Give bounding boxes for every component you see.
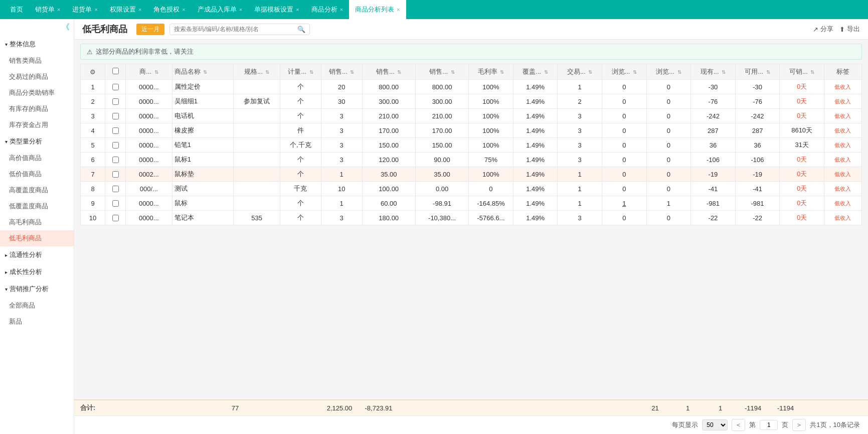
sidebar-item-高价值商品[interactable]: 高价值商品 (0, 150, 74, 166)
notice-bar: ⚠ 这部分商品的利润非常低，请关注 (80, 44, 862, 60)
row-checkbox[interactable] (112, 142, 119, 149)
check-all-checkbox[interactable] (112, 68, 119, 74)
sidebar-item-销售类商品[interactable]: 销售类商品 (0, 53, 74, 69)
per-page-select[interactable]: 50 20 100 (702, 419, 728, 430)
row-browse1[interactable]: 0 (602, 80, 646, 94)
row-check[interactable] (105, 211, 126, 225)
row-check[interactable] (105, 123, 126, 138)
row-browse2: 0 (646, 138, 691, 153)
sidebar-group-0[interactable]: ▾整体信息 (0, 36, 74, 53)
row-browse1[interactable]: 0 (602, 94, 646, 109)
nav-item-产成品入库单[interactable]: 产成品入库单× (192, 0, 248, 19)
nav-item-权限设置[interactable]: 权限设置× (104, 0, 147, 19)
row-check[interactable] (105, 94, 126, 109)
share-btn[interactable]: ↗ 分享 (813, 25, 833, 34)
nav-close-icon[interactable]: × (94, 7, 97, 13)
sidebar-item-低价值商品[interactable]: 低价值商品 (0, 166, 74, 182)
nav-item-首页[interactable]: 首页 (4, 0, 29, 19)
row-checkbox[interactable] (112, 127, 119, 134)
row-check[interactable] (105, 138, 126, 153)
row-trade: 3 (558, 109, 602, 123)
sidebar-item-高覆盖度商品[interactable]: 高覆盖度商品 (0, 182, 74, 198)
row-avail: -30 (735, 80, 780, 94)
next-page-btn[interactable]: ＞ (792, 419, 806, 431)
export-btn[interactable]: ⬆ 导出 (839, 25, 860, 34)
nav-close-icon[interactable]: × (397, 7, 400, 13)
row-browse1[interactable]: 0 (602, 167, 646, 182)
row-browse1[interactable]: 0 (602, 153, 646, 167)
row-browse2: 0 (646, 123, 691, 138)
row-checkbox[interactable] (112, 171, 119, 178)
prev-page-btn[interactable]: ＜ (732, 419, 745, 431)
search-input[interactable] (174, 26, 297, 33)
sidebar-item-低覆盖度商品[interactable]: 低覆盖度商品 (0, 198, 74, 214)
row-checkbox[interactable] (112, 186, 119, 192)
nav-close-icon[interactable]: × (57, 7, 60, 13)
sidebar-item-全部商品[interactable]: 全部商品 (0, 298, 74, 314)
row-checkbox[interactable] (112, 113, 119, 119)
nav-item-进货单[interactable]: 进货单× (66, 0, 103, 19)
col-check-all[interactable] (105, 64, 126, 80)
page-suffix: 页 (782, 420, 788, 429)
row-checkbox[interactable] (112, 98, 119, 105)
row-unit: 个 (280, 94, 321, 109)
row-check[interactable] (105, 196, 126, 211)
nav-close-icon[interactable]: × (138, 7, 141, 13)
filter-btn[interactable]: 近一月 (136, 24, 164, 35)
main-content: 低毛利商品 近一月 🔍 ↗ 分享 ⬆ 导出 (74, 19, 868, 434)
row-checkbox[interactable] (112, 215, 119, 221)
row-trade: 1 (558, 196, 602, 211)
row-saleprofit: 35.00 (415, 167, 468, 182)
sidebar-group-2[interactable]: ▸流通性分析 (0, 246, 74, 263)
row-saleqty: 1 (321, 196, 362, 211)
row-saleprofit: 150.00 (415, 138, 468, 153)
footer-label: 合计: (80, 403, 140, 412)
row-check[interactable] (105, 167, 126, 182)
row-check[interactable] (105, 109, 126, 123)
sidebar-group-4[interactable]: ▾营销推广分析 (0, 280, 74, 298)
nav-close-icon[interactable]: × (182, 7, 185, 13)
nav-close-icon[interactable]: × (340, 7, 343, 13)
sidebar-collapse-btn[interactable]: 《 (0, 19, 74, 36)
row-check[interactable] (105, 153, 126, 167)
row-sellable: 0天 (780, 94, 824, 109)
sidebar-group-1[interactable]: ▾类型量分析 (0, 133, 74, 150)
row-check[interactable] (105, 80, 126, 94)
row-browse1[interactable]: 0 (602, 123, 646, 138)
row-check[interactable] (105, 182, 126, 196)
col-settings[interactable]: ⚙ (81, 64, 105, 80)
row-browse1[interactable]: 0 (602, 109, 646, 123)
row-checkbox[interactable] (112, 157, 119, 163)
sidebar-item-高毛利商品[interactable]: 高毛利商品 (0, 214, 74, 230)
row-browse1[interactable]: 0 (602, 211, 646, 225)
nav-close-icon[interactable]: × (296, 7, 299, 13)
sidebar-item-交易过的商品[interactable]: 交易过的商品 (0, 69, 74, 85)
nav-item-单据模板设置[interactable]: 单据模板设置× (248, 0, 305, 19)
row-browse1[interactable]: 1 (602, 196, 646, 211)
row-browse1[interactable]: 0 (602, 138, 646, 153)
row-code: 0002... (125, 167, 172, 182)
sidebar-item-有库存的商品[interactable]: 有库存的商品 (0, 101, 74, 117)
nav-close-icon[interactable]: × (239, 7, 242, 13)
sidebar-item-新品[interactable]: 新品 (0, 314, 74, 330)
table-row: 9 0000... 鼠标 个 1 60.00 -98.91 -164.85% 1… (81, 196, 862, 211)
row-saleqty: 3 (321, 211, 362, 225)
current-page-input[interactable] (760, 420, 778, 430)
sidebar-item-低毛利商品[interactable]: 低毛利商品 (0, 230, 74, 246)
row-browse1[interactable]: 0 (602, 182, 646, 196)
nav-item-销货单[interactable]: 销货单× (29, 0, 66, 19)
nav-item-商品分析列表[interactable]: 商品分析列表× (349, 0, 406, 19)
nav-item-角色授权[interactable]: 角色授权× (147, 0, 191, 19)
row-checkbox[interactable] (112, 84, 119, 90)
row-cover: 1.49% (513, 138, 558, 153)
row-unit: 个 (280, 80, 321, 94)
sidebar-item-商品分类助销率[interactable]: 商品分类助销率 (0, 85, 74, 101)
sidebar-item-库存资金占用[interactable]: 库存资金占用 (0, 117, 74, 133)
row-unit: 件 (280, 123, 321, 138)
row-browse2: 0 (646, 211, 691, 225)
row-cover: 1.49% (513, 80, 558, 94)
arrow-icon: ▾ (5, 286, 8, 292)
row-checkbox[interactable] (112, 200, 119, 207)
nav-item-商品分析[interactable]: 商品分析× (305, 0, 349, 19)
sidebar-group-3[interactable]: ▸成长性分析 (0, 263, 74, 280)
